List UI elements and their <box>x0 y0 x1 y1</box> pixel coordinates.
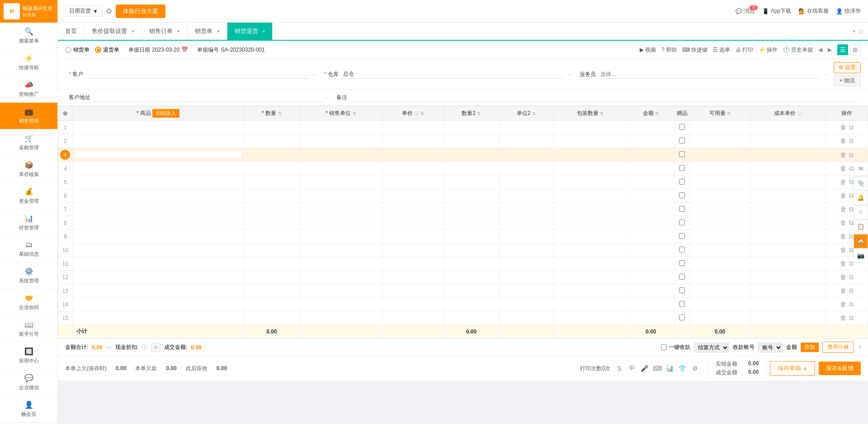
row-3-gear[interactable]: + <box>58 148 73 162</box>
sidebar-item-purchase[interactable]: 🛒 采购管理 <box>0 129 57 156</box>
row-5-unit[interactable] <box>300 176 382 189</box>
row-7-amount[interactable] <box>627 203 675 216</box>
delete-icon-8[interactable]: 🗑 <box>840 219 846 227</box>
delete-icon-5[interactable]: 🗑 <box>840 178 846 186</box>
row-7-available[interactable] <box>689 203 750 216</box>
row-15-available[interactable] <box>689 311 750 325</box>
row-13-gear[interactable]: 13 <box>58 284 73 298</box>
settings-btn[interactable]: ⚙ 设置 <box>834 62 861 73</box>
row-9-unit[interactable] <box>300 230 382 243</box>
sidebar-item-collab[interactable]: 🤝 企业协同 <box>0 289 57 316</box>
delete-icon-14[interactable]: 🗑 <box>840 300 846 308</box>
gift-checkbox-2[interactable] <box>679 138 685 143</box>
row-14-available[interactable] <box>689 298 750 311</box>
shortcut-btn[interactable]: ⌨ 快捷键 <box>682 46 708 54</box>
sidebar-item-app-center[interactable]: 🔲 应用中心 <box>0 343 57 369</box>
row-12-qty2[interactable] <box>444 271 499 284</box>
row-14-unit2[interactable] <box>499 298 553 311</box>
tool2-icon[interactable]: 中 <box>627 363 637 374</box>
row-2-product[interactable] <box>73 134 244 148</box>
row-15-cost[interactable] <box>750 311 826 325</box>
row-3-price[interactable] <box>382 148 444 162</box>
row-11-amount[interactable] <box>627 257 675 271</box>
right-panel-msg[interactable]: ✉ <box>854 162 868 176</box>
row-3-unit[interactable] <box>300 148 382 162</box>
row-1-unit[interactable] <box>300 121 382 134</box>
copy-icon-15[interactable]: ⧉ <box>849 314 854 322</box>
row-6-qty[interactable] <box>244 189 300 203</box>
right-panel-clip[interactable]: 📋 <box>854 219 868 234</box>
row-10-cost[interactable] <box>750 243 826 257</box>
row-2-cost[interactable] <box>750 134 826 148</box>
copy-icon-4[interactable]: ⧉ <box>849 165 854 172</box>
tab-close-sales-return[interactable]: × <box>263 29 265 34</box>
row-15-amount[interactable] <box>627 311 675 325</box>
row-15-qty[interactable] <box>244 311 300 325</box>
row-7-qty2[interactable] <box>444 203 499 216</box>
row-1-cost[interactable] <box>750 121 826 134</box>
row-12-cost[interactable] <box>750 271 826 284</box>
history-btn[interactable]: 🕐 历史单据 <box>783 46 813 54</box>
delete-icon-9[interactable]: 🗑 <box>840 233 846 240</box>
row-1-amount[interactable] <box>627 121 675 134</box>
row-3-available[interactable] <box>689 148 750 162</box>
row-1-unit2[interactable] <box>499 121 553 134</box>
sidebar-item-wechat[interactable]: 💬 企业微信 <box>0 369 57 396</box>
row-6-available[interactable] <box>689 189 750 203</box>
row-13-pkg[interactable] <box>553 284 627 298</box>
row-2-available[interactable] <box>689 134 750 148</box>
print-btn[interactable]: 🖨 打印 <box>736 46 753 54</box>
row-1-gift[interactable] <box>675 121 689 134</box>
copy-icon-5[interactable]: ⧉ <box>849 178 854 186</box>
row-15-qty2[interactable] <box>444 311 499 325</box>
row-15-product[interactable] <box>73 311 244 325</box>
copy-icon-6[interactable]: ⧉ <box>849 192 854 200</box>
row-6-cost[interactable] <box>750 189 826 203</box>
row-10-qty[interactable] <box>244 243 300 257</box>
row-4-unit[interactable] <box>300 162 382 176</box>
row-11-qty[interactable] <box>244 257 300 271</box>
right-panel-star[interactable]: ☆ <box>854 205 868 219</box>
tab-sales-return[interactable]: 销货退货× <box>227 23 273 40</box>
row-4-pkg[interactable] <box>553 162 627 176</box>
row-10-price[interactable] <box>382 243 444 257</box>
row-11-pkg[interactable] <box>553 257 627 271</box>
row-10-available[interactable] <box>689 243 750 257</box>
row-2-unit[interactable] <box>300 134 382 148</box>
row-8-amount[interactable] <box>627 216 675 230</box>
row-12-product[interactable] <box>73 271 244 284</box>
row-11-gift[interactable] <box>675 257 689 271</box>
row-2-gear[interactable]: 2 <box>58 134 73 148</box>
row-4-price[interactable] <box>382 162 444 176</box>
topbar-gear-icon[interactable]: ⚙ <box>106 7 112 15</box>
row-9-amount[interactable] <box>627 230 675 243</box>
save-new-btn[interactable]: 保存&新增 <box>819 362 861 375</box>
right-panel-bell[interactable]: 🔔 <box>854 191 868 205</box>
row-15-unit[interactable] <box>300 311 382 325</box>
row-14-price[interactable] <box>382 298 444 311</box>
delete-icon-13[interactable]: 🗑 <box>840 287 846 295</box>
row-11-unit[interactable] <box>300 257 382 271</box>
row-13-price[interactable] <box>382 284 444 298</box>
row-9-product[interactable] <box>73 230 244 243</box>
gift-checkbox-14[interactable] <box>679 301 685 307</box>
row-7-gift[interactable] <box>675 203 689 216</box>
row-5-gear[interactable]: 5 <box>58 176 73 189</box>
row-10-gift[interactable] <box>675 243 689 257</box>
row-9-gift[interactable] <box>675 230 689 243</box>
row-9-pkg[interactable] <box>553 230 627 243</box>
sidebar-item-basic-info[interactable]: 🗂 基础信息 <box>0 236 57 262</box>
row-15-gift[interactable] <box>675 311 689 325</box>
tool5-icon[interactable]: 📊 <box>665 363 675 374</box>
row-14-product[interactable] <box>73 298 244 311</box>
row-5-cost[interactable] <box>750 176 826 189</box>
row-2-pkg[interactable] <box>553 134 627 148</box>
copy-icon-12[interactable]: ⧉ <box>849 273 854 281</box>
row-3-product[interactable] <box>73 148 244 162</box>
row-14-qty2[interactable] <box>444 298 499 311</box>
row-2-price[interactable] <box>382 134 444 148</box>
warehouse-hint[interactable]: ··· <box>567 71 573 78</box>
delete-icon-10[interactable]: 🗑 <box>840 246 846 254</box>
tab-window-close[interactable]: × <box>851 28 858 34</box>
row-9-gear[interactable]: 9 <box>58 230 73 243</box>
